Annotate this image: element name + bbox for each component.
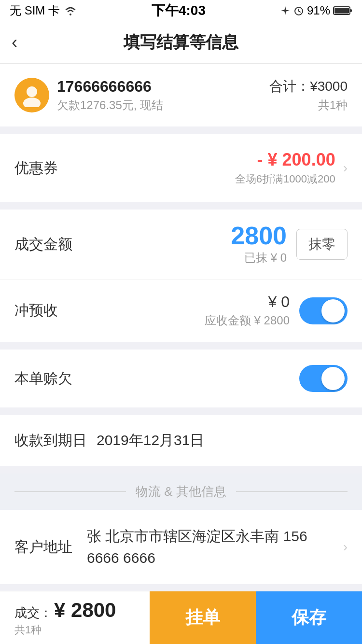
address-label: 客户地址	[14, 537, 72, 557]
nav-bar: ‹ 填写结算等信息	[0, 21, 362, 64]
discount-label: 优惠券	[14, 158, 58, 178]
svg-point-0	[70, 14, 71, 15]
location-icon	[280, 5, 291, 16]
discount-right: - ¥ 200.00 全场6折满1000减200 ›	[235, 150, 348, 186]
deal-section: 成交金额 2800 已抹 ¥ 0 抹零 冲预收 ¥ 0 应收金额 ¥ 2800	[0, 210, 362, 342]
sim-label: 无 SIM 卡	[10, 3, 60, 18]
chong-label: 冲预收	[14, 301, 58, 321]
bendan-toggle[interactable]	[299, 365, 348, 392]
deal-row: 成交金额 2800 已抹 ¥ 0 抹零	[0, 210, 362, 279]
bottom-deal-label: 成交：	[14, 604, 52, 621]
round-btn[interactable]: 抹零	[296, 229, 348, 260]
status-left: 无 SIM 卡	[10, 3, 77, 18]
discount-col: - ¥ 200.00 全场6折满1000减200	[235, 150, 335, 186]
svg-rect-4	[334, 8, 349, 14]
shoukuan-date: 2019年12月31日	[97, 431, 204, 450]
status-time: 下午4:03	[152, 1, 206, 20]
bottom-count: 共1种	[14, 623, 135, 637]
save-button[interactable]: 保存	[256, 591, 362, 644]
customer-card: 17666666666 欠款1276.35元, 现结 合计：¥3000 共1种	[0, 64, 362, 126]
chong-toggle[interactable]	[299, 297, 348, 324]
customer-info: 17666666666 欠款1276.35元, 现结	[57, 78, 163, 113]
content: 17666666666 欠款1276.35元, 现结 合计：¥3000 共1种 …	[0, 64, 362, 644]
address-chevron: ›	[343, 539, 348, 555]
svg-point-5	[27, 86, 37, 97]
page-title: 填写结算等信息	[124, 31, 238, 54]
back-button[interactable]: ‹	[12, 32, 17, 53]
deal-zero: 已抹 ¥ 0	[231, 250, 287, 266]
chong-row: 冲预收 ¥ 0 应收金额 ¥ 2800	[0, 279, 362, 342]
chong-main: ¥ 0	[205, 293, 290, 311]
discount-amount: - ¥ 200.00	[235, 150, 335, 170]
deal-label: 成交金额	[14, 235, 72, 254]
deal-amount-col: 2800 已抹 ¥ 0	[231, 223, 287, 266]
divider-text: 物流 & 其他信息	[136, 483, 226, 500]
divider-line-left	[14, 491, 126, 492]
customer-left: 17666666666 欠款1276.35元, 现结	[14, 78, 163, 113]
bottom-amount: ¥ 2800	[54, 599, 116, 622]
deal-number: 2800	[231, 223, 287, 248]
avatar-icon	[20, 83, 44, 107]
bendan-label: 本单赊欠	[14, 369, 72, 389]
deal-right: 2800 已抹 ¥ 0 抹零	[231, 223, 348, 266]
battery-label: 91%	[307, 4, 330, 17]
customer-debt: 欠款1276.35元, 现结	[57, 98, 163, 113]
bendan-section: 本单赊欠	[0, 350, 362, 407]
shoukuan-label: 收款到期日	[14, 431, 87, 450]
chong-amount-col: ¥ 0 应收金额 ¥ 2800	[205, 293, 290, 328]
customer-total: 合计：¥3000	[269, 77, 348, 96]
bottom-bar: 成交： ¥ 2800 共1种 挂单 保存	[0, 591, 362, 644]
discount-desc: 全场6折满1000减200	[235, 172, 335, 186]
address-value: 张 北京市市辖区海淀区永丰南 156 6666 6666	[87, 525, 338, 569]
divider-section: 物流 & 其他信息	[0, 474, 362, 510]
svg-point-6	[23, 98, 41, 107]
customer-right: 合计：¥3000 共1种	[269, 77, 348, 113]
wifi-icon	[64, 5, 77, 16]
customer-count: 共1种	[269, 98, 348, 113]
hangdan-button[interactable]: 挂单	[150, 591, 256, 644]
avatar	[14, 78, 49, 112]
discount-section: 优惠券 - ¥ 200.00 全场6折满1000减200 ›	[0, 134, 362, 202]
discount-chevron: ›	[343, 160, 348, 176]
shoukuan-section: 收款到期日 2019年12月31日	[0, 415, 362, 466]
divider-line-right	[236, 491, 348, 492]
bendan-toggle-knob	[321, 367, 345, 390]
status-bar: 无 SIM 卡 下午4:03 91%	[0, 0, 362, 21]
alarm-icon	[293, 5, 304, 16]
status-right: 91%	[280, 4, 352, 17]
address-section[interactable]: 客户地址 张 北京市市辖区海淀区永丰南 156 6666 6666 ›	[0, 510, 362, 584]
chong-sub: 应收金额 ¥ 2800	[205, 313, 290, 328]
svg-rect-3	[350, 9, 352, 12]
battery-icon	[333, 5, 352, 16]
bottom-info: 成交： ¥ 2800 共1种	[0, 599, 150, 637]
chong-right: ¥ 0 应收金额 ¥ 2800	[205, 293, 348, 328]
chong-toggle-knob	[321, 299, 345, 322]
discount-row[interactable]: 优惠券 - ¥ 200.00 全场6折满1000减200 ›	[0, 134, 362, 202]
customer-phone: 17666666666	[57, 78, 163, 96]
